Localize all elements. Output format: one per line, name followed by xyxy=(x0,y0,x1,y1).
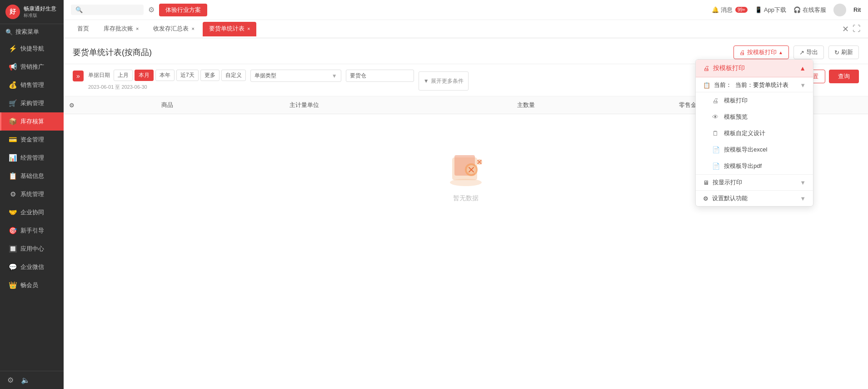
nav-label-purchase: 采购管理 xyxy=(20,99,44,107)
sidebar-item-system[interactable]: ⚙ 系统管理 xyxy=(0,185,64,203)
nav-icon-system: ⚙ xyxy=(9,190,17,198)
sidebar-item-purchase[interactable]: 🛒 采购管理 xyxy=(0,94,64,112)
nav-icon-member: 👑 xyxy=(9,281,17,289)
tabbar-controls: ✕ ⛶ xyxy=(842,24,861,34)
notifications-btn[interactable]: 🔔 消息 99+ xyxy=(712,6,748,14)
dropdown-item-icon-export-pdf: 📄 xyxy=(712,162,720,170)
sidebar-item-apps[interactable]: 🔲 应用中心 xyxy=(0,240,64,258)
dropdown-item-template-print[interactable]: 🖨 模板打印 xyxy=(696,92,813,109)
col-header-quantity: 主数量 xyxy=(512,96,673,114)
nav-icon-inventory: 📦 xyxy=(9,117,17,126)
notifications-label: 消息 xyxy=(721,6,733,14)
close-window-icon[interactable]: ✕ xyxy=(842,24,849,34)
tab-receipt-summary[interactable]: 收发存汇总表× xyxy=(147,22,200,36)
export-btn[interactable]: ↗ 导出 xyxy=(793,45,824,59)
dropdown-item-template-preview[interactable]: 👁 模板预览 xyxy=(696,109,813,125)
topbar-gear-icon[interactable]: ⚙ xyxy=(148,5,155,14)
sidebar-item-basics[interactable]: 📋 基础信息 xyxy=(0,167,64,185)
nav-label-finance: 资金管理 xyxy=(20,136,44,144)
default-func-label: 设置默认功能 xyxy=(712,194,748,202)
date-btn-近7天[interactable]: 近7天 xyxy=(176,70,199,81)
nav-label-member: 畅会员 xyxy=(20,281,38,289)
online-service-btn[interactable]: 🎧 在线客服 xyxy=(793,6,826,14)
avatar[interactable] xyxy=(833,4,846,16)
speaker-icon[interactable]: 🔈 xyxy=(21,376,30,384)
dropdown-item-icon-export-excel: 📄 xyxy=(712,146,720,153)
tab-label-receipt-summary: 收发存汇总表 xyxy=(153,25,189,33)
nav-icon-finance: 💳 xyxy=(9,136,17,144)
tab-close-order-stats[interactable]: × xyxy=(247,26,250,31)
dropdown-item-template-design[interactable]: 🗒 模板自定义设计 xyxy=(696,125,813,141)
nav-icon-sales: 💰 xyxy=(9,81,17,89)
app-logo-icon: 好 xyxy=(5,5,20,19)
print-btn[interactable]: 🖨 按模板打印 ▲ xyxy=(733,45,789,59)
topbar-search-input[interactable] xyxy=(85,7,135,13)
col-header-settings[interactable]: ⚙ xyxy=(64,96,156,114)
topbar-search-icon: 🔍 xyxy=(75,6,83,13)
empty-icon xyxy=(443,151,489,187)
display-print-icon: 🖥 xyxy=(703,179,709,186)
date-btn-本年[interactable]: 本年 xyxy=(155,70,175,81)
sidebar-item-finance[interactable]: 💳 资金管理 xyxy=(0,131,64,149)
query-btn[interactable]: 查询 xyxy=(829,70,859,83)
sidebar-item-inventory[interactable]: 📦 库存核算 xyxy=(0,112,64,131)
sidebar-item-operations[interactable]: 📊 经营管理 xyxy=(0,149,64,167)
expand-more-label: 展开更多条件 xyxy=(431,77,464,85)
tab-home[interactable]: 首页 xyxy=(71,22,95,36)
nav-label-operations: 经营管理 xyxy=(20,154,44,162)
trial-btn[interactable]: 体验行业方案 xyxy=(159,4,207,16)
filter-expand-btn[interactable]: » xyxy=(73,71,84,81)
dropdown-collapse-icon[interactable]: ▲ xyxy=(799,65,806,72)
search-label: 搜索菜单 xyxy=(15,28,39,36)
search-icon: 🔍 xyxy=(5,29,13,35)
sidebar-item-guide[interactable]: 🎯 新手引导 xyxy=(0,222,64,240)
app-download-btn[interactable]: 📱 App下载 xyxy=(755,6,786,14)
topbar-search-box[interactable]: 🔍 xyxy=(71,5,144,15)
date-btn-更多[interactable]: 更多 xyxy=(200,70,219,81)
refresh-btn[interactable]: ↻ 刷新 xyxy=(828,45,859,59)
date-btn-自定义[interactable]: 自定义 xyxy=(221,70,246,81)
tab-label-batch-account: 库存批次账 xyxy=(104,25,133,33)
tab-close-batch-account[interactable]: × xyxy=(136,26,139,31)
sidebar-search[interactable]: 🔍 搜索菜单 xyxy=(0,24,64,40)
headset-icon: 🎧 xyxy=(793,6,801,13)
sub-header-arrow: ▼ xyxy=(800,82,806,89)
tab-label-home: 首页 xyxy=(77,25,89,33)
topbar-right: 🔔 消息 99+ 📱 App下载 🎧 在线客服 Rit xyxy=(712,4,861,16)
sidebar-item-member[interactable]: 👑 畅会员 xyxy=(0,276,64,294)
display-print-section[interactable]: 🖥 按显示打印 ▼ xyxy=(696,174,813,190)
tab-label-order-stats: 要货单统计表 xyxy=(209,25,244,33)
nav-label-basics: 基础信息 xyxy=(20,172,44,180)
dropdown-header[interactable]: 🖨 按模板打印 ▲ xyxy=(696,60,813,77)
nav-icon-basics: 📋 xyxy=(9,172,17,180)
type-select[interactable]: 单据类型 ▼ xyxy=(250,70,341,82)
col-header-unit: 主计量单位 xyxy=(284,96,512,114)
tab-close-receipt-summary[interactable]: × xyxy=(191,26,194,31)
expand-more-btn[interactable]: ▼ 展开更多条件 xyxy=(419,71,469,91)
refresh-icon: ↻ xyxy=(834,49,839,56)
sidebar-item-quick-nav[interactable]: ⚡ 快捷导航 xyxy=(0,40,64,58)
date-btn-本月[interactable]: 本月 xyxy=(135,70,154,81)
sidebar-item-marketing[interactable]: 📢 营销推广 xyxy=(0,58,64,76)
type-select-arrow: ▼ xyxy=(332,73,337,79)
nav-icon-marketing: 📢 xyxy=(9,63,17,71)
cargo-select[interactable]: 要货仓 xyxy=(346,70,414,82)
sidebar-item-sales[interactable]: 💰 销售管理 xyxy=(0,76,64,94)
default-func-section[interactable]: ⚙ 设置默认功能 ▼ xyxy=(696,190,813,206)
type-label: 单据类型 xyxy=(254,72,276,80)
date-btn-上月[interactable]: 上月 xyxy=(114,70,133,81)
settings-icon[interactable]: ⚙ xyxy=(7,376,14,384)
expand-icon[interactable]: ⛶ xyxy=(853,24,861,34)
empty-text: 暂无数据 xyxy=(453,194,479,202)
sidebar-item-wechat[interactable]: 💬 企业微信 xyxy=(0,258,64,276)
dropdown-item-export-pdf[interactable]: 📄 按模板导出pdf xyxy=(696,158,813,174)
tab-order-stats[interactable]: 要货单统计表× xyxy=(203,22,256,36)
sidebar-item-collab[interactable]: 🤝 企业协同 xyxy=(0,203,64,222)
dropdown-item-export-excel[interactable]: 📄 按模板导出excel xyxy=(696,141,813,158)
dropdown-sub-header[interactable]: 📋 当前： 当前：要货单统计表 ▼ xyxy=(696,77,813,92)
app-download-label: App下载 xyxy=(764,6,786,14)
col-header-goods: 商品 xyxy=(156,96,284,114)
topbar: 🔍 ⚙ 体验行业方案 🔔 消息 99+ 📱 App下载 🎧 在线客服 Rit xyxy=(64,0,868,20)
nav-icon-operations: 📊 xyxy=(9,154,17,162)
tab-batch-account[interactable]: 库存批次账× xyxy=(97,22,145,36)
